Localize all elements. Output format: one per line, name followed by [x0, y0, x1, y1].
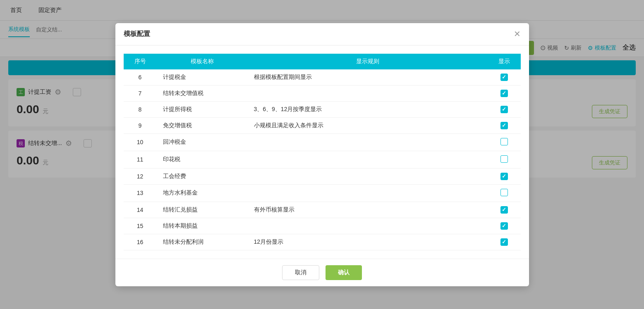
row-checkbox-10[interactable]: [500, 238, 508, 246]
row-index-0: 6: [124, 69, 157, 86]
table-row: 15结转本期损益: [124, 218, 521, 234]
modal-header: 模板配置 ✕: [115, 23, 529, 45]
row-index-2: 8: [124, 101, 157, 117]
row-name-10: 结转未分配利润: [157, 234, 248, 250]
table-row: 16结转未分配利润12月份显示: [124, 234, 521, 250]
modal-footer: 取消 确认: [115, 259, 529, 286]
row-name-2: 计提所得税: [157, 101, 248, 117]
row-index-5: 11: [124, 151, 157, 168]
config-table: 序号 模板名称 显示规则 显示 6计提税金根据模板配置期间显示7结转未交增值税8…: [124, 54, 521, 250]
table-row: 6计提税金根据模板配置期间显示: [124, 69, 521, 86]
col-header-index: 序号: [124, 54, 157, 69]
row-check-cell-10: [488, 234, 521, 250]
row-checkbox-8[interactable]: [500, 206, 508, 214]
row-name-9: 结转本期损益: [157, 218, 248, 234]
row-checkbox-7[interactable]: [500, 189, 508, 196]
table-header: 序号 模板名称 显示规则 显示: [124, 54, 521, 69]
row-checkbox-2[interactable]: [500, 106, 508, 113]
row-check-cell-4: [488, 133, 521, 151]
row-rule-5: [248, 151, 488, 168]
row-checkbox-6[interactable]: [500, 173, 508, 180]
row-rule-2: 3、6、9、12月按季度显示: [248, 101, 488, 117]
row-name-5: 印花税: [157, 151, 248, 168]
col-header-display: 显示: [488, 54, 521, 69]
table-row: 10回冲税金: [124, 133, 521, 151]
row-rule-6: [248, 168, 488, 184]
row-name-8: 结转汇兑损益: [157, 202, 248, 218]
row-check-cell-8: [488, 202, 521, 218]
row-checkbox-9[interactable]: [500, 222, 508, 230]
row-check-cell-7: [488, 184, 521, 202]
modal-body: 序号 模板名称 显示规则 显示 6计提税金根据模板配置期间显示7结转未交增值税8…: [115, 45, 529, 259]
row-index-8: 14: [124, 202, 157, 218]
row-rule-1: [248, 85, 488, 101]
cancel-button[interactable]: 取消: [282, 265, 319, 280]
row-name-7: 地方水利基金: [157, 184, 248, 202]
table-scroll-container[interactable]: 序号 模板名称 显示规则 显示 6计提税金根据模板配置期间显示7结转未交增值税8…: [124, 54, 521, 250]
confirm-button[interactable]: 确认: [326, 265, 362, 280]
modal-close-button[interactable]: ✕: [514, 30, 521, 38]
row-name-0: 计提税金: [157, 69, 248, 86]
modal-title: 模板配置: [124, 30, 150, 38]
row-rule-0: 根据模板配置期间显示: [248, 69, 488, 86]
row-index-1: 7: [124, 85, 157, 101]
row-check-cell-2: [488, 101, 521, 117]
row-index-4: 10: [124, 133, 157, 151]
row-rule-9: [248, 218, 488, 234]
row-index-6: 12: [124, 168, 157, 184]
row-checkbox-5[interactable]: [500, 155, 508, 163]
row-checkbox-3[interactable]: [500, 122, 508, 129]
table-row: 12工会经费: [124, 168, 521, 184]
row-checkbox-4[interactable]: [500, 138, 508, 145]
row-checkbox-1[interactable]: [500, 90, 508, 97]
table-row: 7结转未交增值税: [124, 85, 521, 101]
col-header-rule: 显示规则: [248, 54, 488, 69]
row-check-cell-5: [488, 151, 521, 168]
row-check-cell-6: [488, 168, 521, 184]
modal-overlay: 模板配置 ✕ 序号 模板名称 显示规则 显示 6计提税金根据模板配置期间显: [0, 0, 644, 309]
row-check-cell-1: [488, 85, 521, 101]
row-check-cell-9: [488, 218, 521, 234]
table-body: 6计提税金根据模板配置期间显示7结转未交增值税8计提所得税3、6、9、12月按季…: [124, 69, 521, 250]
row-checkbox-0[interactable]: [500, 74, 508, 81]
row-name-3: 免交增值税: [157, 117, 248, 133]
row-index-3: 9: [124, 117, 157, 133]
table-row: 9免交增值税小规模且满足收入条件显示: [124, 117, 521, 133]
row-index-9: 15: [124, 218, 157, 234]
row-check-cell-0: [488, 69, 521, 86]
row-rule-4: [248, 133, 488, 151]
table-row: 13地方水利基金: [124, 184, 521, 202]
table-row: 8计提所得税3、6、9、12月按季度显示: [124, 101, 521, 117]
row-rule-7: [248, 184, 488, 202]
row-check-cell-3: [488, 117, 521, 133]
row-index-7: 13: [124, 184, 157, 202]
row-rule-10: 12月份显示: [248, 234, 488, 250]
table-row: 14结转汇兑损益有外币核算显示: [124, 202, 521, 218]
table-row: 11印花税: [124, 151, 521, 168]
col-header-name: 模板名称: [157, 54, 248, 69]
row-name-4: 回冲税金: [157, 133, 248, 151]
modal-template-config: 模板配置 ✕ 序号 模板名称 显示规则 显示 6计提税金根据模板配置期间显: [115, 23, 529, 286]
row-rule-8: 有外币核算显示: [248, 202, 488, 218]
row-name-1: 结转未交增值税: [157, 85, 248, 101]
row-rule-3: 小规模且满足收入条件显示: [248, 117, 488, 133]
row-index-10: 16: [124, 234, 157, 250]
row-name-6: 工会经费: [157, 168, 248, 184]
